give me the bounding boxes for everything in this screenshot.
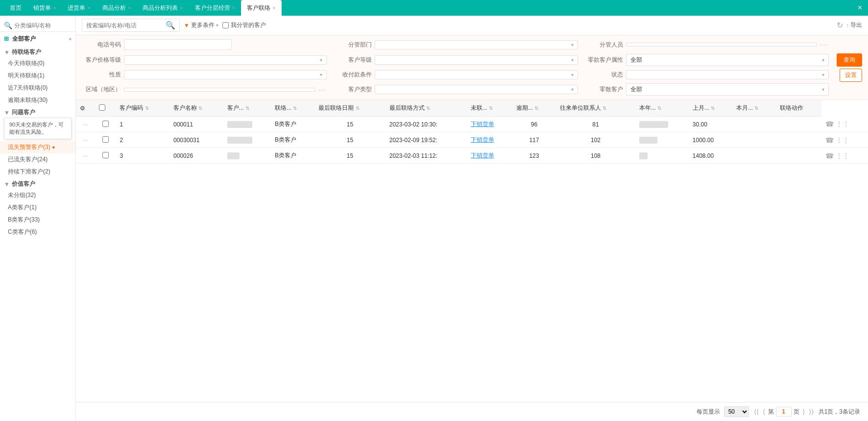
row-checkbox-1[interactable]	[102, 136, 109, 143]
nav-tab-商品分析[interactable]: 商品分析×	[96, 0, 137, 16]
export-button[interactable]: ↑ 导出	[846, 21, 862, 29]
filter-payment-select[interactable]: ▾	[375, 70, 578, 79]
sidebar-item-2-3[interactable]: C类客户(6)	[0, 226, 75, 238]
th-settings: ⚙	[76, 100, 95, 117]
td-settings: ···	[76, 132, 95, 148]
filter-type-select[interactable]: ▾	[375, 85, 578, 94]
filter-phone-input[interactable]	[124, 39, 232, 50]
per-page-select[interactable]: 102050100	[724, 406, 749, 417]
nav-tab-首页[interactable]: 首页	[4, 0, 27, 16]
sidebar-item-0-0[interactable]: 今天待联络(0)	[0, 57, 75, 70]
last-page-button[interactable]: ⟩⟩	[808, 408, 815, 416]
filter-status-select[interactable]: ▾	[626, 70, 829, 79]
filter-dept-select-wrapper[interactable]: ▾	[375, 40, 578, 50]
search-button[interactable]: 🔍	[166, 21, 175, 30]
filter-person-more[interactable]: ···	[820, 41, 829, 49]
page-input[interactable]	[776, 407, 792, 417]
refresh-icon[interactable]: ↻	[837, 21, 843, 30]
th-code[interactable]: 客户编码	[116, 100, 169, 117]
action-contact-icon[interactable]: ☎	[825, 152, 834, 160]
filter-price-select[interactable]: ▾	[124, 55, 327, 65]
my-customers-checkbox-label[interactable]: 我分管的客户	[222, 21, 266, 29]
sidebar-section-title-0[interactable]: ▼待联络客户	[0, 46, 75, 57]
more-conditions-label: 更多条件	[191, 21, 215, 29]
sidebar-search-input[interactable]	[14, 22, 76, 29]
last-method-link[interactable]: 下销货单	[471, 152, 494, 159]
nav-tab-close[interactable]: ×	[53, 5, 56, 11]
th-not_contacted[interactable]: 未联...	[467, 100, 512, 117]
filter-person-select-wrapper[interactable]	[626, 43, 818, 47]
th-name[interactable]: 客户名称	[169, 100, 223, 117]
first-page-button[interactable]: ⟨⟨	[753, 408, 760, 416]
action-contact-icon[interactable]: ☎	[825, 136, 834, 144]
td-name: ██████	[223, 117, 271, 132]
action-contact-icon[interactable]: ☎	[825, 120, 834, 128]
th-this_year[interactable]: 本年...	[635, 100, 689, 117]
more-conditions-button[interactable]: ▼ 更多条件 ▾	[184, 21, 218, 29]
filter-region-more[interactable]: ···	[318, 86, 327, 94]
action-more-icon[interactable]: ⋮⋮	[836, 152, 849, 160]
sidebar-item-1-1[interactable]: 已流失客户(24)	[0, 153, 75, 166]
nav-tab-进货单[interactable]: 进货单×	[62, 0, 96, 16]
last-method-link[interactable]: 下销货单	[471, 121, 494, 127]
th-last_month[interactable]: 上月...	[689, 100, 732, 117]
filter-nature-label: 性质	[82, 71, 121, 79]
action-more-icon[interactable]: ⋮⋮	[836, 120, 849, 128]
filter-level-label: 客户等级	[333, 56, 372, 64]
filter-zero-attr-select[interactable]: 全部 ▾	[626, 54, 829, 66]
filter-level-select[interactable]: ▾	[375, 55, 578, 65]
th-this_month[interactable]: 本月...	[732, 100, 776, 117]
last-method-link[interactable]: 下销货单	[471, 136, 494, 143]
search-input[interactable]	[86, 22, 166, 29]
sidebar-item-0-3[interactable]: 逾期未联络(30)	[0, 94, 75, 106]
nav-tab-close[interactable]: ×	[180, 5, 183, 11]
th-contact[interactable]: 联络...	[271, 100, 314, 117]
col-label-last_month: 上月...	[693, 104, 709, 111]
sidebar-item-0-2[interactable]: 近7天待联络(0)	[0, 82, 75, 94]
td-not-contacted: 117	[512, 132, 556, 148]
row-settings-icon[interactable]: ···	[83, 137, 88, 144]
row-checkbox-0[interactable]	[102, 121, 109, 127]
sidebar-item-2-2[interactable]: B类客户(33)	[0, 214, 75, 226]
td-company-contact: ██	[635, 148, 689, 164]
sidebar-item-1-2[interactable]: 持续下滑客户(2)	[0, 166, 75, 178]
sidebar-section-title-1[interactable]: ▼问题客户	[0, 106, 75, 118]
th-last_contact_method[interactable]: 最后联络方式	[386, 100, 467, 117]
th-type[interactable]: 客户...	[223, 100, 271, 117]
filter-region-select[interactable]	[124, 88, 315, 92]
row-settings-icon[interactable]: ···	[83, 121, 88, 128]
nav-tab-销货单[interactable]: 销货单×	[27, 0, 62, 16]
nav-tab-label: 首页	[10, 4, 22, 12]
nav-tab-close[interactable]: ×	[232, 5, 235, 11]
nav-tab-客户分层经营[interactable]: 客户分层经营×	[189, 0, 241, 16]
th-company_contact[interactable]: 往来单位联系人	[556, 100, 635, 117]
query-button[interactable]: 查询	[837, 53, 862, 67]
action-more-icon[interactable]: ⋮⋮	[836, 136, 849, 144]
row-settings-icon[interactable]: ···	[83, 152, 88, 159]
nav-tab-客户联络[interactable]: 客户联络×	[241, 0, 281, 16]
filter-nature-select[interactable]: ▾	[124, 70, 327, 79]
close-global-button[interactable]: ×	[858, 3, 862, 12]
nav-tab-商品分析列表[interactable]: 商品分析列表×	[137, 0, 189, 16]
filter-zero-customer-label: 零散客户	[584, 85, 623, 94]
my-customers-checkbox[interactable]	[222, 22, 229, 28]
th-last_contact_date[interactable]: 最后联络日期	[314, 100, 385, 117]
th-overdue[interactable]: 逾期...	[512, 100, 556, 117]
sidebar-item-0-1[interactable]: 明天待联络(1)	[0, 70, 75, 82]
sidebar-item-2-1[interactable]: A类客户(1)	[0, 201, 75, 214]
filter-zero-customer-select[interactable]: 全部 ▾	[626, 83, 829, 96]
sidebar-section-title-2[interactable]: ▼价值客户	[0, 178, 75, 189]
sidebar-root-header[interactable]: ⊞ 全部客户 «	[0, 32, 75, 46]
sidebar-item-1-0[interactable]: 流失预警客户(3) ●	[0, 141, 75, 153]
nav-tab-close[interactable]: ×	[87, 5, 90, 11]
nav-tab-close[interactable]: ×	[128, 5, 131, 11]
row-checkbox-2[interactable]	[102, 152, 109, 158]
nav-tab-close[interactable]: ×	[272, 5, 275, 11]
section-title-label: 待联络客户	[12, 48, 41, 56]
prev-page-button[interactable]: ⟨	[762, 408, 766, 416]
next-page-button[interactable]: ⟩	[801, 408, 806, 416]
sidebar-item-2-0[interactable]: 未分组(32)	[0, 189, 75, 201]
select-all-checkbox[interactable]	[99, 104, 105, 111]
setting-button[interactable]: 设置	[840, 69, 862, 82]
td-not-contacted: 123	[512, 148, 556, 164]
